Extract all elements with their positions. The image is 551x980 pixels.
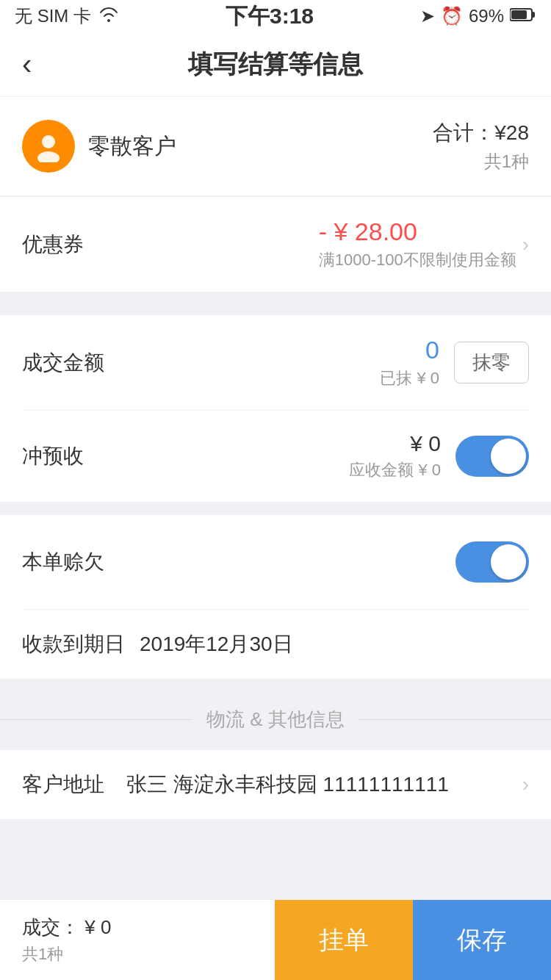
coupon-section[interactable]: 优惠券 - ¥ 28.00 满1000-100不限制使用金额 › (0, 197, 551, 292)
address-section[interactable]: 客户地址 张三 海淀永丰科技园 11111111111 › (0, 750, 551, 819)
address-value: 张三 海淀永丰科技园 11111111111 (126, 771, 515, 799)
address-label: 客户地址 (22, 771, 104, 799)
transaction-section: 成交金额 0 已抹 ¥ 0 抹零 冲预收 ¥ 0 应收金额 ¥ 0 (0, 315, 551, 502)
save-button[interactable]: 保存 (413, 900, 551, 980)
transaction-right: 0 已抹 ¥ 0 抹零 (380, 336, 529, 389)
coupon-desc: 满1000-100不限制使用金额 (319, 249, 516, 271)
due-date-value: 2019年12月30日 (140, 630, 293, 658)
customer-section: 零散客户 合计：¥28 共1种 (0, 97, 551, 195)
customer-summary: 合计：¥28 共1种 (433, 119, 529, 173)
svg-point-3 (42, 135, 55, 148)
customer-name: 零散客户 (88, 131, 176, 162)
status-time: 下午3:18 (226, 1, 314, 32)
coupon-amount: - ¥ 28.00 (319, 217, 516, 246)
separator-2 (0, 503, 551, 515)
battery-icon (510, 6, 536, 26)
location-icon: ➤ (420, 6, 435, 26)
status-left: 无 SIM 卡 (15, 4, 119, 28)
separator-3 (0, 680, 551, 692)
status-right: ➤ ⏰ 69% (420, 6, 536, 26)
round-button[interactable]: 抹零 (454, 342, 529, 383)
bottom-deal: 成交： ¥ 0 (22, 915, 253, 940)
separator-1 (0, 303, 551, 315)
transaction-sub: 已抹 ¥ 0 (380, 367, 439, 389)
logistics-divider: 物流 & 其他信息 (0, 692, 551, 747)
deal-value: ¥ 0 (84, 916, 111, 938)
transaction-value-group: 0 已抹 ¥ 0 (380, 336, 439, 389)
wifi-icon (98, 6, 119, 26)
debt-toggle[interactable] (455, 541, 529, 583)
content-area: 零散客户 合计：¥28 共1种 优惠券 - ¥ 28.00 满1000-100不… (0, 97, 551, 907)
debt-toggle-knob (491, 544, 526, 580)
due-date-row: 收款到期日 2019年12月30日 (22, 610, 529, 679)
deal-label: 成交： (22, 916, 79, 938)
nav-bar: ‹ 填写结算等信息 (0, 32, 551, 97)
transaction-value: 0 (380, 336, 439, 364)
total-count: 共1种 (433, 150, 529, 173)
customer-left: 零散客户 (22, 120, 176, 173)
debt-label: 本单赊欠 (22, 548, 104, 576)
transaction-amount-row: 成交金额 0 已抹 ¥ 0 抹零 (22, 315, 529, 411)
no-sim-text: 无 SIM 卡 (15, 4, 91, 28)
logistics-line-right (359, 719, 551, 720)
svg-rect-2 (511, 10, 527, 19)
prepay-toggle[interactable] (455, 436, 529, 477)
debt-section: 本单赊欠 收款到期日 2019年12月30日 (0, 515, 551, 679)
prepay-value: ¥ 0 (349, 431, 441, 456)
page-title: 填写结算等信息 (188, 48, 363, 82)
logistics-line-left (0, 719, 192, 720)
coupon-label: 优惠券 (22, 231, 84, 259)
svg-point-4 (37, 151, 60, 162)
debt-row: 本单赊欠 (22, 515, 529, 610)
hold-button[interactable]: 挂单 (275, 900, 413, 980)
svg-rect-1 (532, 12, 535, 18)
bottom-bar: 成交： ¥ 0 共1种 挂单 保存 (0, 899, 551, 980)
bottom-info: 成交： ¥ 0 共1种 (0, 900, 275, 980)
back-button[interactable]: ‹ (22, 48, 32, 81)
status-bar: 无 SIM 卡 下午3:18 ➤ ⏰ 69% (0, 0, 551, 32)
toggle-knob (491, 439, 526, 474)
address-chevron-icon: › (522, 773, 529, 796)
alarm-icon: ⏰ (441, 6, 463, 26)
bottom-count: 共1种 (22, 943, 253, 965)
coupon-chevron-icon: › (522, 233, 529, 256)
logistics-label: 物流 & 其他信息 (192, 707, 359, 732)
prepay-row: 冲预收 ¥ 0 应收金额 ¥ 0 (22, 411, 529, 502)
battery-percent: 69% (469, 6, 504, 26)
due-date-label: 收款到期日 (22, 630, 125, 658)
prepay-right: ¥ 0 应收金额 ¥ 0 (349, 431, 529, 481)
prepay-sub: 应收金额 ¥ 0 (349, 459, 441, 481)
coupon-info: - ¥ 28.00 满1000-100不限制使用金额 (319, 217, 516, 271)
customer-avatar (22, 120, 75, 173)
prepay-amounts: ¥ 0 应收金额 ¥ 0 (349, 431, 441, 481)
transaction-label: 成交金额 (22, 349, 104, 377)
prepay-label: 冲预收 (22, 442, 84, 470)
total-amount: 合计：¥28 (433, 119, 529, 147)
